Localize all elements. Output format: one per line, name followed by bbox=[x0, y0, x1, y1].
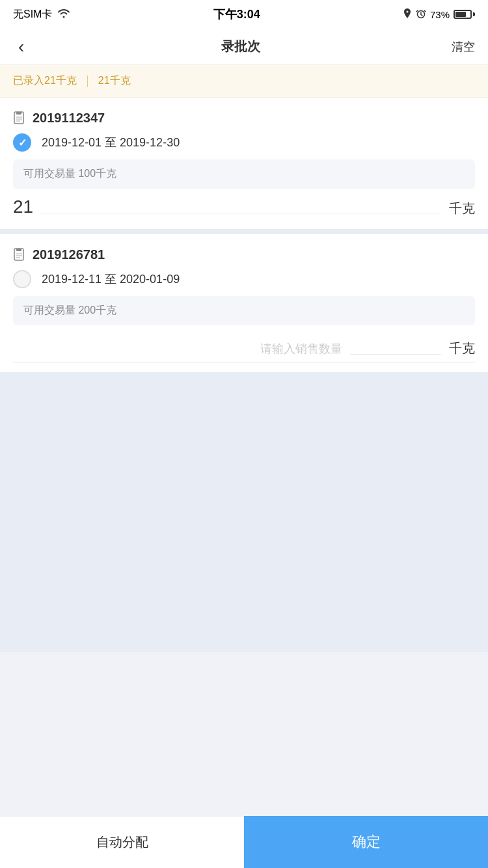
card2-radio[interactable] bbox=[13, 270, 31, 288]
batch-card-1: 2019112347 ✓ 2019-12-01 至 2019-12-30 可用交… bbox=[0, 98, 488, 229]
info-divider bbox=[87, 75, 88, 87]
card2-unit: 千克 bbox=[449, 340, 475, 357]
batch-card-2: 2019126781 2019-12-11 至 2020-01-09 可用交易量… bbox=[0, 234, 488, 372]
battery-icon bbox=[454, 10, 475, 19]
card2-id: 2019126781 bbox=[33, 247, 105, 262]
location-icon bbox=[403, 8, 412, 21]
underline-1 bbox=[41, 213, 441, 213]
card1-value: 21 bbox=[13, 197, 33, 217]
card1-radio[interactable]: ✓ bbox=[13, 133, 31, 152]
confirm-button[interactable]: 确定 bbox=[244, 816, 488, 868]
status-time: 下午3:04 bbox=[213, 7, 260, 22]
card1-date: 2019-12-01 至 2019-12-30 bbox=[42, 135, 180, 150]
doc-icon-1 bbox=[13, 111, 27, 126]
svg-rect-7 bbox=[16, 249, 21, 251]
wifi-icon bbox=[57, 8, 70, 21]
card1-avail: 可用交易量 100千克 bbox=[13, 159, 475, 189]
carrier-label: 无SIM卡 bbox=[13, 8, 52, 21]
card1-value-row: 21 千克 bbox=[13, 197, 475, 223]
doc-icon-2 bbox=[13, 248, 27, 262]
card2-date: 2019-12-11 至 2020-01-09 bbox=[42, 271, 180, 287]
card1-unit: 千克 bbox=[449, 200, 475, 217]
auto-distribute-button[interactable]: 自动分配 bbox=[0, 816, 244, 868]
card2-avail: 可用交易量 200千克 bbox=[13, 296, 475, 325]
bottom-bar: 自动分配 确定 bbox=[0, 816, 488, 868]
card2-header: 2019126781 bbox=[13, 247, 475, 262]
status-left: 无SIM卡 bbox=[13, 8, 70, 21]
card2-date-row: 2019-12-11 至 2020-01-09 bbox=[13, 270, 475, 288]
back-button[interactable]: ‹ bbox=[13, 34, 29, 60]
card1-header: 2019112347 bbox=[13, 111, 475, 126]
status-bar: 无SIM卡 下午3:04 73% bbox=[0, 0, 488, 29]
card-separator-1 bbox=[0, 229, 488, 234]
card1-date-row: ✓ 2019-12-01 至 2019-12-30 bbox=[13, 133, 475, 152]
alarm-icon bbox=[416, 8, 426, 21]
nav-bar: ‹ 录批次 清空 bbox=[0, 29, 488, 65]
page-title: 录批次 bbox=[221, 38, 260, 55]
empty-area bbox=[0, 372, 488, 652]
card1-id: 2019112347 bbox=[33, 111, 105, 126]
battery-percent: 73% bbox=[430, 9, 450, 20]
status-right: 73% bbox=[403, 8, 475, 21]
info-amount: 21千克 bbox=[98, 74, 131, 88]
info-bar: 已录入21千克 21千克 bbox=[0, 65, 488, 98]
card2-input-row: 请输入销售数量 千克 bbox=[13, 333, 475, 363]
recorded-label: 已录入21千克 bbox=[13, 74, 77, 88]
svg-rect-2 bbox=[16, 112, 21, 115]
card2-input-placeholder: 请输入销售数量 bbox=[13, 341, 342, 357]
radio-check-icon: ✓ bbox=[18, 137, 27, 149]
clear-button[interactable]: 清空 bbox=[452, 39, 475, 55]
input-underline bbox=[350, 354, 441, 355]
